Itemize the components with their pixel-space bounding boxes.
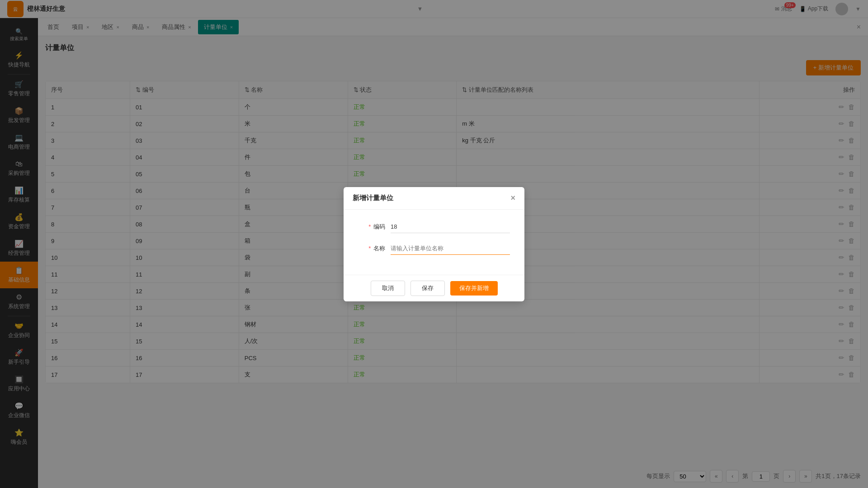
save-and-new-button[interactable]: 保存并新增 — [450, 281, 498, 296]
add-unit-modal: 新增计量单位 × * 编码 * 名称 取消 保存 保存并新增 — [344, 187, 524, 301]
name-required-mark: * — [368, 245, 371, 252]
modal-overlay: 新增计量单位 × * 编码 * 名称 取消 保存 保存并新增 — [0, 0, 868, 488]
form-row-code: * 编码 — [358, 221, 510, 233]
modal-body: * 编码 * 名称 — [344, 210, 524, 275]
code-required-mark: * — [368, 223, 371, 230]
form-row-name: * 名称 — [358, 242, 510, 255]
name-input[interactable] — [391, 242, 510, 255]
code-input[interactable] — [391, 221, 510, 233]
modal-header: 新增计量单位 × — [344, 187, 524, 210]
cancel-button[interactable]: 取消 — [371, 281, 405, 296]
name-label: * 名称 — [358, 244, 385, 253]
save-button[interactable]: 保存 — [410, 281, 445, 296]
modal-close-btn[interactable]: × — [510, 193, 515, 203]
modal-footer: 取消 保存 保存并新增 — [344, 275, 524, 301]
code-label: * 编码 — [358, 223, 385, 231]
modal-title: 新增计量单位 — [353, 194, 393, 202]
